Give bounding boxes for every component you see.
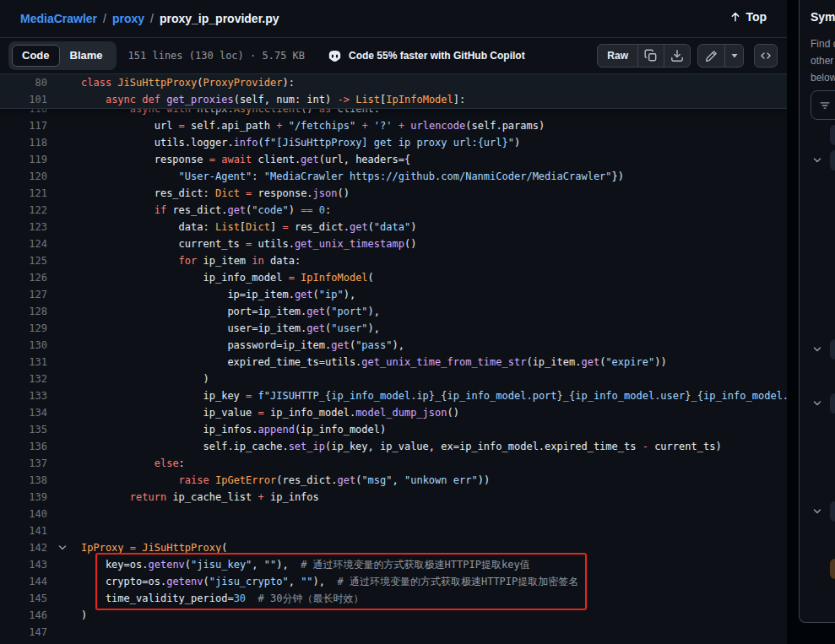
symbol-item-4[interactable] — [800, 393, 835, 414]
raw-button[interactable]: Raw — [598, 45, 637, 67]
breadcrumb-separator: / — [97, 12, 112, 25]
symbol-badge — [830, 339, 835, 360]
symbol-item-3[interactable] — [800, 339, 835, 360]
line-number[interactable]: 101 — [0, 94, 47, 106]
symbol-item-5[interactable] — [800, 501, 835, 522]
symbols-toggle-button[interactable] — [754, 44, 778, 68]
line-number[interactable]: 133 — [0, 390, 47, 402]
line-number[interactable]: 122 — [0, 204, 47, 216]
copilot-banner[interactable]: Code 55% faster with GitHub Copilot — [328, 38, 525, 73]
code-line: 118 utils.logger.info(f"[JiSuHttpProxy] … — [0, 134, 787, 151]
symbols-sidebar: Symbols Find definitions and references … — [799, 0, 835, 644]
symbol-item-1[interactable] — [800, 125, 835, 145]
line-number[interactable]: 130 — [0, 339, 47, 351]
code-text: async def get_proxies(self, num: int) ->… — [81, 91, 465, 108]
code-text: else: — [81, 455, 185, 472]
breadcrumb-repo-link[interactable]: MediaCrawler — [20, 12, 97, 25]
line-number[interactable]: 136 — [0, 441, 47, 452]
raw-actions-group: Raw — [597, 44, 691, 68]
line-number[interactable]: 127 — [0, 289, 47, 300]
download-button[interactable] — [664, 45, 690, 67]
code-line: 134 ip_value = ip_info_model.model_dump_… — [0, 404, 787, 421]
line-number[interactable]: 123 — [0, 221, 47, 233]
line-number[interactable]: 142 — [0, 542, 47, 554]
code-text: key=os.getenv("jisu_key", ""), # 通过环境变量的… — [81, 556, 530, 573]
line-number[interactable]: 125 — [0, 255, 47, 267]
line-number[interactable]: 143 — [0, 559, 47, 571]
code-line: 122 if res_dict.get("code") == 0: — [0, 202, 787, 219]
code-text: res_dict: Dict = response.json() — [81, 185, 350, 202]
pencil-icon — [705, 50, 718, 62]
line-number[interactable]: 120 — [0, 170, 47, 182]
code-text: IpProxy = JiSuHttpProxy( — [81, 539, 227, 556]
line-number[interactable]: 139 — [0, 491, 47, 503]
code-lines: 116 async with httpx.AsyncClient() as cl… — [0, 100, 787, 641]
line-number[interactable]: 141 — [0, 525, 47, 537]
code-line: 133 ip_key = f"JISUHTTP_{ip_info_model.i… — [0, 387, 787, 404]
edit-button[interactable] — [698, 45, 724, 67]
line-number[interactable]: 80 — [0, 77, 47, 89]
chevron-down-icon[interactable] — [812, 344, 822, 354]
code-line: 140 — [0, 506, 787, 522]
code-text: ip_info_model = IpInfoModel( — [81, 269, 374, 286]
collapse-chevron-icon[interactable] — [47, 543, 81, 553]
panel-divider[interactable] — [787, 0, 799, 644]
symbol-badge — [830, 125, 835, 145]
chevron-down-icon[interactable] — [812, 155, 822, 165]
line-number[interactable]: 137 — [0, 457, 47, 469]
line-number[interactable]: 118 — [0, 137, 47, 149]
chevron-down-icon[interactable] — [812, 506, 822, 517]
line-number[interactable]: 128 — [0, 306, 47, 317]
chevron-down-icon[interactable] — [812, 398, 822, 409]
file-toolbar: Code Blame 151 lines (130 loc) · 5.75 KB… — [0, 37, 787, 74]
copy-button[interactable] — [637, 45, 664, 67]
code-text: time_validity_period=30 # 30分钟（最长时效） — [81, 590, 363, 607]
line-number[interactable]: 140 — [0, 508, 47, 520]
code-text: class JiSuHttpProxy(ProxyProvider): — [81, 74, 295, 91]
code-text: current_ts = utils.get_unix_timestamp() — [81, 235, 416, 252]
line-number[interactable]: 144 — [0, 576, 47, 587]
caret-down-icon — [730, 51, 739, 60]
line-number[interactable]: 126 — [0, 272, 47, 284]
line-number[interactable]: 134 — [0, 407, 47, 419]
code-line: 120 "User-Agent": "MediaCrawler https://… — [0, 168, 787, 185]
code-text: expired_time_ts=utils.get_unix_time_from… — [81, 354, 667, 371]
code-text: self.ip_cache.set_ip(ip_key, ip_value, e… — [81, 438, 722, 455]
tab-blame[interactable]: Blame — [60, 45, 113, 67]
code-line: 142IpProxy = JiSuHttpProxy( — [0, 539, 787, 556]
line-number[interactable]: 145 — [0, 593, 47, 604]
code-line: 117 url = self.api_path + "/fetchips" + … — [0, 117, 787, 134]
breadcrumb-folder-link[interactable]: proxy — [112, 12, 144, 25]
symbol-badge — [830, 393, 835, 414]
code-blame-switcher: Code Blame — [8, 41, 117, 70]
code-line: 146) — [0, 607, 787, 624]
breadcrumb-separator: / — [144, 12, 160, 25]
line-number[interactable]: 131 — [0, 356, 47, 368]
code-line: 129 user=ip_item.get("user"), — [0, 320, 787, 337]
edit-dropdown-button[interactable] — [724, 45, 743, 67]
line-number[interactable]: 147 — [0, 626, 47, 638]
symbol-badge — [830, 559, 835, 579]
line-number[interactable]: 135 — [0, 424, 47, 436]
line-number[interactable]: 146 — [0, 609, 47, 621]
copilot-icon — [328, 49, 342, 63]
code-line: 121 res_dict: Dict = response.json() — [0, 185, 787, 202]
symbol-item-6[interactable] — [800, 559, 835, 579]
line-number[interactable]: 129 — [0, 322, 47, 334]
line-number[interactable]: 124 — [0, 238, 47, 250]
line-number[interactable]: 119 — [0, 154, 47, 165]
tab-code[interactable]: Code — [12, 45, 60, 67]
code-text: return ip_cache_list + ip_infos — [81, 489, 319, 506]
download-icon — [670, 49, 684, 62]
symbols-panel: Symbols Find definitions and references … — [799, 0, 835, 623]
code-line: 131 expired_time_ts=utils.get_unix_time_… — [0, 354, 787, 371]
code-line: 127 ip=ip_item.get("ip"), — [0, 286, 787, 303]
line-number[interactable]: 138 — [0, 474, 47, 486]
code-line: 130 password=ip_item.get("pass"), — [0, 337, 787, 354]
symbol-item-2[interactable] — [800, 150, 835, 170]
code-text: ip_key = f"JISUHTTP_{ip_info_model.ip}_{… — [81, 387, 787, 404]
back-to-top-button[interactable]: Top — [729, 10, 767, 24]
line-number[interactable]: 121 — [0, 187, 47, 199]
line-number[interactable]: 132 — [0, 373, 47, 385]
line-number[interactable]: 117 — [0, 120, 47, 132]
